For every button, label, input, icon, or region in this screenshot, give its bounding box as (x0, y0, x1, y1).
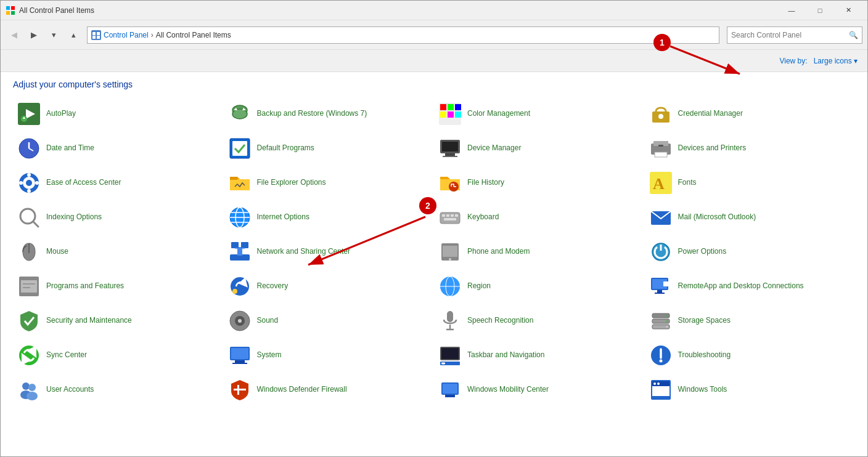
color-icon (438, 102, 462, 126)
panel-item-indexing[interactable]: Indexing Options (13, 200, 224, 235)
panel-item-color[interactable]: Color Management (434, 97, 645, 131)
region-label: Region (467, 281, 491, 291)
panel-item-region[interactable]: Region (434, 269, 645, 304)
mail-label: Mail (Microsoft Outlook) (678, 212, 756, 222)
maximize-button[interactable]: □ (806, 1, 834, 20)
minimize-button[interactable]: — (777, 1, 806, 20)
panel-item-fileexplorer[interactable]: File Explorer Options (224, 166, 435, 200)
default-label: Default Programs (257, 144, 314, 153)
panel-item-taskbar[interactable]: Taskbar and Navigation (434, 338, 645, 373)
internet-icon (227, 205, 252, 230)
svg-rect-74 (443, 246, 457, 257)
panel-item-datetime[interactable]: Date and Time (13, 131, 224, 166)
panel-item-windefender[interactable]: Windows Defender Firewall (224, 373, 435, 407)
toolbar: View by: Large icons ▾ (1, 50, 867, 72)
svg-rect-31 (442, 142, 458, 152)
panel-item-mail[interactable]: Mail (Microsoft Outlook) (645, 200, 856, 235)
svg-point-42 (35, 181, 39, 185)
panel-item-devprinters[interactable]: Devices and Printers (645, 131, 856, 166)
panel-item-phone[interactable]: Phone and Modem (434, 235, 645, 269)
window-title: All Control Panel Items (19, 6, 777, 15)
panel-item-fonts[interactable]: AFonts (645, 166, 856, 200)
credential-label: Credential Manager (678, 109, 743, 119)
panel-item-power[interactable]: Power Options (645, 235, 856, 269)
sync-label: Sync Center (46, 350, 87, 360)
close-button[interactable]: ✕ (834, 1, 862, 20)
panel-item-programs[interactable]: Programs and Features (13, 269, 224, 304)
winmobility-label: Windows Mobility Center (467, 385, 549, 395)
panel-item-system[interactable]: System (224, 338, 435, 373)
panel-item-mouse[interactable]: Mouse (13, 235, 224, 269)
svg-point-131 (653, 382, 656, 385)
keyboard-icon (438, 205, 462, 230)
panel-item-sync[interactable]: Sync Center (13, 338, 224, 373)
svg-rect-63 (455, 214, 458, 217)
svg-rect-126 (443, 384, 457, 394)
sound-label: Sound (257, 316, 279, 326)
panel-item-winmobility[interactable]: Windows Mobility Center (434, 373, 645, 407)
dropdown-button[interactable]: ▾ (45, 26, 62, 44)
panel-item-backup[interactable]: Backup and Restore (Windows 7) (224, 97, 435, 131)
svg-rect-3 (11, 11, 15, 15)
svg-rect-16 (440, 104, 446, 110)
taskbar-label: Taskbar and Navigation (467, 350, 544, 360)
winmobility-icon (438, 378, 462, 402)
up-button[interactable]: ▴ (65, 26, 82, 44)
panel-item-devicemgr[interactable]: Device Manager (434, 131, 645, 166)
panel-item-speech[interactable]: Speech Recognition (434, 304, 645, 338)
wintools-icon (649, 378, 673, 402)
svg-rect-61 (446, 214, 449, 217)
panel-item-wintools[interactable]: Windows Tools (645, 373, 856, 407)
recovery-label: Recovery (257, 281, 289, 291)
internet-label: Internet Options (257, 212, 309, 222)
search-box[interactable]: 🔍 (727, 26, 862, 44)
system-label: System (257, 350, 282, 360)
network-label: Network and Sharing Center (257, 247, 350, 257)
svg-point-95 (238, 319, 242, 323)
default-icon (227, 136, 252, 161)
panel-item-autoplay[interactable]: AutoPlay (13, 97, 224, 131)
svg-rect-1 (11, 6, 15, 10)
svg-rect-19 (440, 111, 446, 118)
address-bar[interactable]: Control Panel › All Control Panel Items (87, 26, 719, 44)
panel-item-sound[interactable]: Sound (224, 304, 435, 338)
storage-icon (649, 309, 673, 333)
keyboard-label: Keyboard (467, 212, 499, 222)
search-icon[interactable]: 🔍 (849, 31, 858, 39)
panel-item-remoteapp[interactable]: RemoteApp and Desktop Connections (645, 269, 856, 304)
panel-item-credential[interactable]: Credential Manager (645, 97, 856, 131)
panel-item-internet[interactable]: Internet Options (224, 200, 435, 235)
svg-rect-7 (97, 36, 100, 39)
panel-item-recovery[interactable]: Recovery (224, 269, 435, 304)
panel-item-keyboard[interactable]: Keyboard (434, 200, 645, 235)
panel-item-ease[interactable]: Ease of Access Center (13, 166, 224, 200)
speech-icon (438, 309, 462, 333)
forward-button[interactable]: ▶ (25, 26, 43, 44)
svg-rect-110 (235, 360, 245, 363)
security-label: Security and Maintenance (46, 316, 132, 326)
svg-point-24 (658, 114, 663, 119)
panel-item-network[interactable]: Network and Sharing Center (224, 235, 435, 269)
svg-point-105 (19, 346, 39, 365)
back-button[interactable]: ◀ (6, 26, 23, 44)
items-grid: AutoPlayBackup and Restore (Windows 7)Co… (13, 97, 855, 407)
panel-item-troubleshoot[interactable]: Troubleshooting (645, 338, 856, 373)
view-by-value[interactable]: Large icons ▾ (814, 57, 858, 65)
panel-item-filehistory[interactable]: File History (434, 166, 645, 200)
address-breadcrumb-control-panel[interactable]: Control Panel (104, 31, 149, 39)
panel-item-default[interactable]: Default Programs (224, 131, 435, 166)
search-input[interactable] (731, 31, 849, 39)
svg-line-53 (33, 222, 38, 227)
filehistory-label: File History (467, 178, 504, 188)
svg-rect-0 (6, 6, 10, 10)
svg-rect-29 (232, 141, 247, 156)
svg-point-103 (666, 320, 668, 322)
panel-item-user[interactable]: User Accounts (13, 373, 224, 407)
programs-icon (17, 274, 41, 299)
address-icon (91, 30, 101, 40)
panel-item-security[interactable]: Security and Maintenance (13, 304, 224, 338)
network-icon (227, 240, 252, 264)
devprinters-label: Devices and Printers (678, 144, 747, 153)
svg-point-75 (449, 258, 451, 261)
panel-item-storage[interactable]: Storage Spaces (645, 304, 856, 338)
